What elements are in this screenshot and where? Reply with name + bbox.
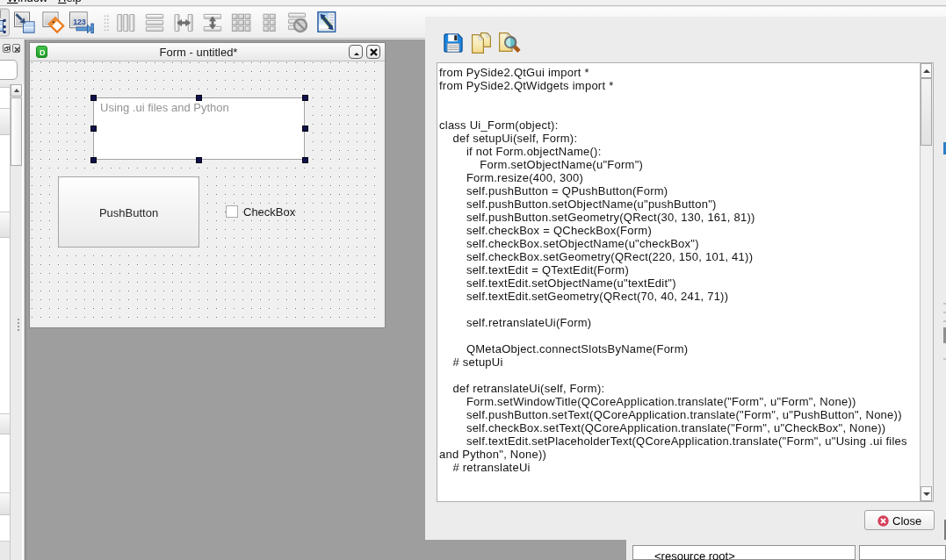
svg-text:123: 123 (73, 18, 86, 26)
